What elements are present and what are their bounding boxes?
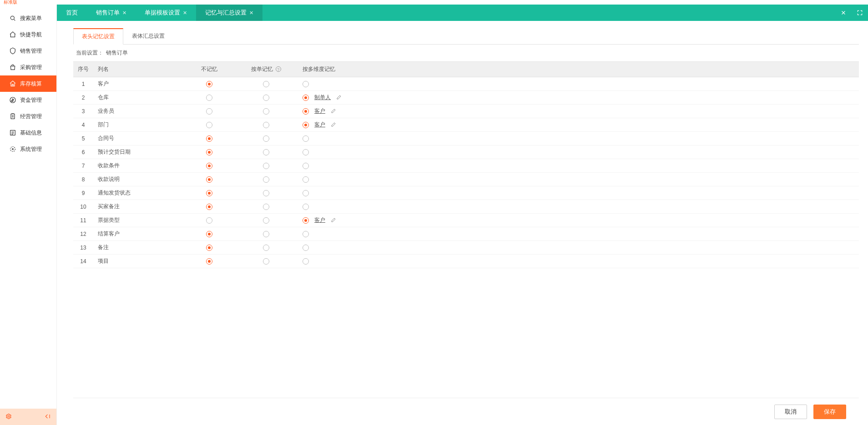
- radio-by_order[interactable]: [263, 108, 269, 115]
- gear-icon[interactable]: [5, 413, 12, 421]
- radio-by_dim[interactable]: [303, 95, 309, 101]
- radio-by_order[interactable]: [263, 149, 269, 155]
- sidebar-item-6[interactable]: 经营管理: [0, 108, 56, 125]
- radio-by_dim[interactable]: [303, 149, 309, 155]
- close-tab-button[interactable]: [835, 5, 852, 21]
- cell-by-order: [234, 200, 298, 214]
- radio-no_mem[interactable]: [206, 231, 212, 237]
- current-setting-value: 销售订单: [106, 49, 128, 57]
- radio-by_dim[interactable]: [303, 176, 309, 183]
- radio-by_dim[interactable]: [303, 245, 309, 251]
- collapse-icon[interactable]: [45, 413, 51, 421]
- tab-2[interactable]: 单据模板设置✕: [136, 5, 196, 21]
- radio-by_dim[interactable]: [303, 122, 309, 128]
- radio-by_order[interactable]: [263, 176, 269, 183]
- radio-by_order[interactable]: [263, 95, 269, 101]
- sidebar-item-2[interactable]: 销售管理: [0, 43, 56, 59]
- radio-by_dim[interactable]: [303, 190, 309, 196]
- radio-by_order[interactable]: [263, 190, 269, 196]
- cell-name: 结算客户: [93, 227, 184, 241]
- th-name: 列名: [93, 62, 184, 77]
- close-icon[interactable]: ✕: [183, 10, 187, 16]
- radio-by_order[interactable]: [263, 258, 269, 265]
- cell-name: 合同号: [93, 132, 184, 145]
- radio-by_dim[interactable]: [303, 204, 309, 210]
- subtab-1[interactable]: 表体汇总设置: [123, 28, 173, 45]
- cell-by-dim: [298, 132, 859, 145]
- sidebar-item-label: 经营管理: [20, 113, 42, 120]
- radio-no_mem[interactable]: [206, 81, 212, 87]
- edit-icon[interactable]: [331, 217, 337, 224]
- radio-no_mem[interactable]: [206, 204, 212, 210]
- radio-no_mem[interactable]: [206, 122, 212, 128]
- subtab-label: 表头记忆设置: [82, 33, 115, 40]
- radio-by_dim[interactable]: [303, 231, 309, 237]
- dim-link[interactable]: 客户: [314, 216, 325, 224]
- close-icon[interactable]: ✕: [122, 10, 126, 16]
- radio-by_dim[interactable]: [303, 81, 309, 87]
- radio-no_mem[interactable]: [206, 245, 212, 251]
- tab-3[interactable]: 记忆与汇总设置✕: [196, 5, 262, 21]
- radio-by_order[interactable]: [263, 245, 269, 251]
- radio-by_dim[interactable]: [303, 163, 309, 169]
- subtab-0[interactable]: 表头记忆设置: [73, 28, 123, 45]
- radio-no_mem[interactable]: [206, 190, 212, 196]
- edit-icon[interactable]: [331, 108, 337, 115]
- radio-no_mem[interactable]: [206, 135, 212, 142]
- radio-no_mem[interactable]: [206, 217, 212, 224]
- tab-1[interactable]: 销售订单✕: [87, 5, 136, 21]
- radio-no_mem[interactable]: [206, 176, 212, 183]
- radio-by_dim[interactable]: [303, 135, 309, 142]
- radio-by_dim[interactable]: [303, 217, 309, 224]
- radio-no_mem[interactable]: [206, 163, 212, 169]
- sidebar-item-label: 系统管理: [20, 145, 42, 153]
- svg-point-0: [10, 16, 14, 20]
- svg-point-5: [12, 149, 14, 150]
- edit-icon[interactable]: [331, 122, 337, 128]
- radio-no_mem[interactable]: [206, 258, 212, 265]
- edit-icon[interactable]: [336, 95, 343, 101]
- radio-by_order[interactable]: [263, 204, 269, 210]
- radio-by_order[interactable]: [263, 163, 269, 169]
- radio-by_dim[interactable]: [303, 258, 309, 265]
- sidebar-item-0[interactable]: 搜索菜单: [0, 10, 56, 26]
- tab-0[interactable]: 首页: [57, 5, 87, 21]
- dim-link[interactable]: 客户: [314, 107, 325, 115]
- sidebar-item-label: 库存核算: [20, 80, 42, 88]
- cell-by-order: [234, 91, 298, 105]
- sidebar-item-label: 搜索菜单: [20, 15, 42, 22]
- gear-dash-icon: [9, 145, 16, 153]
- cell-no-mem: [184, 186, 234, 200]
- cell-seq: 11: [73, 214, 93, 227]
- sidebar-item-1[interactable]: 快捷导航: [0, 26, 56, 43]
- dim-link[interactable]: 客户: [314, 121, 325, 129]
- radio-by_order[interactable]: [263, 122, 269, 128]
- save-button[interactable]: 保存: [813, 405, 846, 419]
- radio-by_order[interactable]: [263, 135, 269, 142]
- sidebar-item-7[interactable]: 基础信息: [0, 125, 56, 141]
- cancel-button[interactable]: 取消: [774, 405, 807, 419]
- cell-name: 票据类型: [93, 214, 184, 227]
- cell-seq: 14: [73, 255, 93, 268]
- fullscreen-button[interactable]: [852, 5, 868, 21]
- radio-by_order[interactable]: [263, 81, 269, 87]
- radio-by_dim[interactable]: [303, 108, 309, 115]
- sidebar-item-4[interactable]: 库存核算: [0, 75, 56, 92]
- cell-name: 业务员: [93, 105, 184, 118]
- help-icon[interactable]: ?: [276, 66, 281, 72]
- radio-no_mem[interactable]: [206, 108, 212, 115]
- radio-by_order[interactable]: [263, 217, 269, 224]
- radio-no_mem[interactable]: [206, 95, 212, 101]
- sidebar-item-8[interactable]: 系统管理: [0, 141, 56, 157]
- radio-no_mem[interactable]: [206, 149, 212, 155]
- sidebar-item-3[interactable]: 采购管理: [0, 59, 56, 75]
- cell-by-order: [234, 118, 298, 132]
- dim-link[interactable]: 制单人: [314, 94, 331, 101]
- cell-no-mem: [184, 214, 234, 227]
- coin-icon: [9, 96, 16, 104]
- sidebar-item-label: 资金管理: [20, 96, 42, 104]
- sidebar-item-5[interactable]: 资金管理: [0, 92, 56, 108]
- close-icon[interactable]: ✕: [249, 10, 253, 16]
- radio-by_order[interactable]: [263, 231, 269, 237]
- cell-by-dim: 客户: [298, 105, 859, 118]
